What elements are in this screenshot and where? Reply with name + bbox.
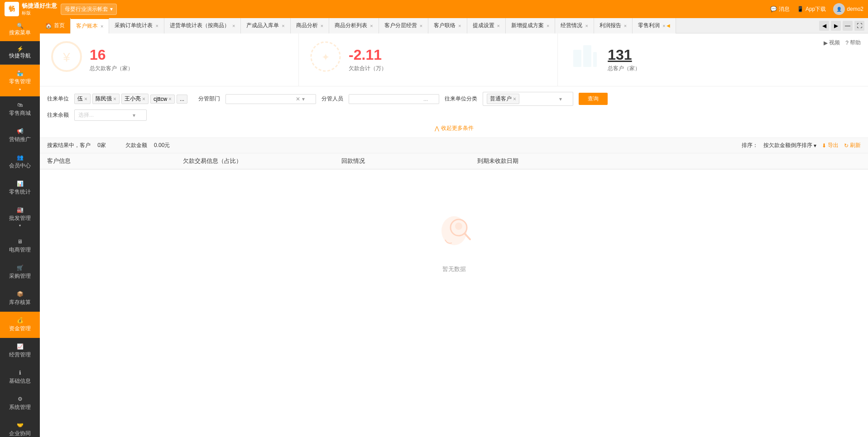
balance-select[interactable]: 选择... ▾ — [74, 109, 147, 121]
export-button[interactable]: ⬇ 导出 — [822, 142, 839, 149]
tab-close-icon[interactable]: × — [101, 24, 103, 29]
user-menu[interactable]: 👤 demo2 — [833, 3, 863, 15]
sidebar-item-label: 零售管理 — [9, 78, 31, 86]
tab-retail-profit[interactable]: 零售利润 × ◀ — [633, 18, 676, 33]
tab-scroll-right[interactable]: ▶ — [831, 21, 841, 31]
svg-rect-5 — [583, 45, 591, 67]
sidebar-search[interactable]: 🔍 搜索菜单 — [0, 18, 40, 41]
sidebar-item-enterprise[interactable]: 🤝 企业协同 — [0, 417, 40, 437]
tag-remove-wu[interactable]: × — [84, 96, 87, 102]
result-prefix: 搜索结果中，客户 — [47, 142, 91, 148]
tab-maximize[interactable]: ⛶ — [854, 21, 864, 31]
more-icon: ... — [180, 96, 184, 102]
dept-clear-icon[interactable]: ✕ — [296, 96, 300, 102]
message-btn[interactable]: 💬 消息 — [770, 5, 790, 13]
tab-customer-contact[interactable]: 客户联络 × — [428, 18, 467, 33]
tab-bar: 🏠 首页 客户账本 × 采购订单统计表 × 进货单统计表（按商品） × 产成品入… — [40, 18, 868, 33]
sidebar-item-ecommerce[interactable]: 🖥 电商管理 — [0, 233, 40, 259]
sidebar-item-retail-shop[interactable]: 🛍 零售商城 — [0, 96, 40, 123]
sidebar-item-label: 资金管理 — [9, 325, 31, 332]
tab-purchase-order-stats[interactable]: 采购订单统计表 × — [109, 18, 164, 33]
tag-remove-wang[interactable]: × — [142, 96, 145, 102]
sidebar-item-basic-info[interactable]: ℹ 基础信息 — [0, 364, 40, 390]
finance-icon: 💰 — [17, 317, 24, 323]
manager-more-icon[interactable]: ... — [423, 96, 428, 102]
dept-label: 分管部门 — [198, 95, 220, 103]
tab-new-boost-plan[interactable]: 新增提成方案 × — [506, 18, 555, 33]
tab-close-icon[interactable]: × — [624, 23, 627, 28]
stat-icon-debt: ✦ — [310, 41, 341, 79]
avatar: 👤 — [833, 3, 845, 15]
inventory-icon: 📦 — [17, 291, 24, 297]
sidebar-item-retail-stats[interactable]: 📊 零售统计 — [0, 175, 40, 201]
tab-close-icon[interactable]: × — [547, 23, 549, 28]
stat-label-total: 总客户（家） — [608, 65, 640, 72]
tab-label: 利润报告 — [599, 22, 621, 29]
tab-product-analysis-list[interactable]: 商品分析列表 × — [329, 18, 379, 33]
tab-incoming-stats[interactable]: 进货单统计表（按商品） × — [164, 18, 241, 33]
app-download-btn[interactable]: 📱 App下载 — [797, 5, 826, 13]
tab-boost-settings[interactable]: 提成设置 × — [467, 18, 506, 33]
tab-close-icon[interactable]: × — [282, 23, 284, 28]
empty-state: 暂无数据 — [40, 170, 868, 309]
category-tag-remove[interactable]: × — [513, 96, 516, 102]
manager-select[interactable]: ... — [349, 94, 439, 104]
manager-label: 分管人员 — [321, 95, 343, 103]
dept-select[interactable]: ✕ ▾ — [225, 94, 316, 104]
unit-category-select[interactable]: 普通客户 × ▾ — [483, 92, 573, 106]
sidebar-item-purchase[interactable]: 🛒 采购管理 — [0, 259, 40, 285]
sidebar-item-inventory[interactable]: 📦 库存核算 — [0, 285, 40, 312]
sidebar-item-system[interactable]: ⚙ 系统管理 — [0, 390, 40, 417]
video-help-btn[interactable]: ▶ 视频 — [824, 39, 840, 47]
tab-home-label: 首页 — [54, 22, 65, 29]
tab-product-instock[interactable]: 产成品入库单 × — [241, 18, 290, 33]
tab-controls: ◀ ▶ — ⛶ — [815, 21, 868, 31]
sidebar-item-operations[interactable]: 📈 经营管理 — [0, 338, 40, 364]
tab-close-icon[interactable]: × — [585, 23, 588, 28]
tag-remove-cjttcw[interactable]: × — [168, 96, 172, 102]
col-repayment: 回款情况 — [341, 157, 477, 165]
tab-scroll-left[interactable]: ◀ — [819, 21, 829, 31]
filter-tag-more[interactable]: ... — [177, 95, 187, 104]
store-selector[interactable]: 母婴行业演示帐套 ▾ — [61, 4, 117, 15]
refresh-button[interactable]: ↻ 刷新 — [844, 142, 861, 149]
tab-close-icon[interactable]: × — [662, 23, 665, 28]
tab-close-icon[interactable]: × — [458, 23, 461, 28]
tab-operations-status[interactable]: 经营情况 × — [555, 18, 594, 33]
help-btn[interactable]: ? 帮助 — [845, 39, 861, 47]
stat-icon-total — [569, 41, 600, 79]
collapse-button[interactable]: ⋀ 收起更多条件 — [435, 124, 474, 132]
sidebar-item-marketing[interactable]: 📢 营销推广 — [0, 123, 40, 149]
tab-profit-report[interactable]: 利润报告 × — [594, 18, 633, 33]
tab-minimize[interactable]: — — [843, 21, 853, 31]
sidebar-item-label: 会员中心 — [9, 162, 31, 170]
tab-close-icon[interactable]: × — [420, 23, 422, 28]
sidebar-item-finance[interactable]: 💰 资金管理 — [0, 312, 40, 338]
tab-close-icon[interactable]: × — [321, 23, 323, 28]
sidebar-item-retail-mgmt[interactable]: 🏪 零售管理 ▴ — [0, 65, 40, 96]
sidebar-item-wholesale[interactable]: 🏭 批发管理 ▾ — [0, 201, 40, 233]
sidebar-quick-nav[interactable]: ⚡ 快捷导航 — [0, 41, 40, 65]
category-tag-text: 普通客户 — [490, 95, 512, 103]
tag-remove-chen[interactable]: × — [113, 96, 116, 102]
filter-tags-unit: 伍 × 陈民强 × 王小亮 × — [74, 94, 187, 104]
balance-dropdown-icon: ▾ — [133, 112, 135, 119]
tab-close-icon[interactable]: × — [370, 23, 373, 28]
tab-close-icon[interactable]: × — [155, 23, 158, 28]
user-name: demo2 — [847, 6, 863, 12]
tab-customer-account[interactable]: 客户账本 × — [71, 18, 109, 33]
tab-close-icon[interactable]: × — [232, 23, 235, 28]
tab-close-icon[interactable]: × — [497, 23, 500, 28]
logo-icon: 畅 — [5, 2, 19, 16]
sort-dropdown-icon: ▾ — [814, 142, 816, 149]
customer-count: 0家 — [97, 142, 106, 148]
sidebar-item-member[interactable]: 👥 会员中心 — [0, 149, 40, 175]
stat-label-customers: 总欠款客户（家） — [90, 65, 133, 72]
tab-label: 客户账本 — [76, 22, 98, 30]
sort-select[interactable]: 按欠款金额倒序排序 ▾ — [763, 142, 816, 149]
query-button[interactable]: 查询 — [579, 93, 608, 105]
tab-customer-tier[interactable]: 客户分层经营 × — [379, 18, 428, 33]
sidebar-item-label: 营销推广 — [9, 136, 31, 143]
tab-product-analysis[interactable]: 商品分析 × — [291, 18, 329, 33]
tab-home[interactable]: 🏠 首页 — [40, 18, 71, 33]
